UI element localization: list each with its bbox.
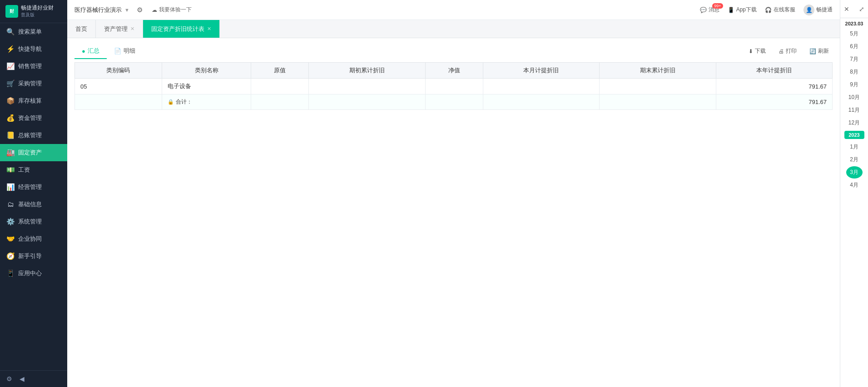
sidebar-label-fixed: 固定资产 bbox=[18, 149, 42, 157]
print-button[interactable]: 🖨 打印 bbox=[775, 45, 800, 57]
sub-tab-detail[interactable]: 📄 明细 bbox=[107, 44, 143, 59]
tab-asset-manage[interactable]: 资产管理 ✕ bbox=[96, 20, 143, 38]
sidebar-item-ledger[interactable]: 📒 总账管理 bbox=[0, 127, 67, 144]
month-item-7月[interactable]: 7月 bbox=[844, 53, 864, 65]
month-item-2月[interactable]: 2月 bbox=[844, 154, 864, 166]
month-item-4月[interactable]: 4月 bbox=[844, 179, 864, 191]
total-monthly bbox=[483, 94, 599, 110]
cell-net bbox=[425, 79, 483, 94]
sidebar-item-ops[interactable]: 📊 经营管理 bbox=[0, 179, 67, 196]
cell-annual: 791.67 bbox=[716, 79, 832, 94]
table-total-row: 🔒 合计： 791.67 bbox=[75, 94, 833, 110]
message-badge: 99+ bbox=[712, 3, 723, 9]
print-label: 打印 bbox=[786, 47, 797, 55]
download-label: 下载 bbox=[755, 47, 766, 55]
sidebar-item-salary[interactable]: 💵 工资 bbox=[0, 161, 67, 179]
customer-service-action[interactable]: 🎧 在线客服 bbox=[765, 6, 795, 14]
month-item-3月[interactable]: 3月 bbox=[846, 166, 863, 179]
message-icon: 💬 bbox=[700, 7, 707, 13]
col-net: 净值 bbox=[425, 63, 483, 79]
panel-expand-button[interactable]: ⤢ bbox=[859, 5, 864, 13]
sidebar-icon-salary: 💵 bbox=[6, 166, 15, 174]
sidebar-item-coopbiz[interactable]: 🤝 企业协同 bbox=[0, 230, 67, 248]
sidebar-item-fixed[interactable]: 🏭 固定资产 bbox=[0, 144, 67, 161]
sidebar-item-sales[interactable]: 📈 销售管理 bbox=[0, 58, 67, 75]
tab-asset-manage-close[interactable]: ✕ bbox=[130, 26, 134, 32]
settings-icon[interactable]: ⚙ bbox=[6, 375, 12, 382]
sidebar-item-basicinfo[interactable]: 🗂 基础信息 bbox=[0, 196, 67, 213]
month-item-6月[interactable]: 6月 bbox=[844, 40, 864, 53]
sub-tab-detail-label: 明细 bbox=[124, 47, 135, 55]
content-area: ● 汇总 📄 明细 ⬇ 下载 🖨 打印 🔄 bbox=[67, 38, 840, 387]
sidebar-item-purchase[interactable]: 🛒 采购管理 bbox=[0, 75, 67, 92]
month-item-12月[interactable]: 12月 bbox=[844, 117, 864, 129]
topbar-settings-icon[interactable]: ⚙ bbox=[137, 6, 143, 14]
sub-tab-summary-label: 汇总 bbox=[88, 47, 99, 55]
sidebar-item-quicknav[interactable]: ⚡ 快捷导航 bbox=[0, 40, 67, 58]
sidebar-item-newguide[interactable]: 🧭 新手引导 bbox=[0, 248, 67, 265]
month-item-11月[interactable]: 11月 bbox=[844, 104, 864, 116]
sidebar-label-appcenter: 应用中心 bbox=[18, 269, 42, 278]
total-net bbox=[425, 94, 483, 110]
month-item-8月[interactable]: 8月 bbox=[844, 66, 864, 78]
app-logo-sub: 普及版 bbox=[21, 12, 54, 18]
panel-close-bar: ✕ ⤢ bbox=[840, 0, 868, 18]
customer-service-icon: 🎧 bbox=[765, 7, 772, 13]
experience-button[interactable]: ☁ 我要体验一下 bbox=[152, 6, 192, 14]
collapse-icon[interactable]: ◀ bbox=[20, 375, 25, 382]
sidebar-item-sysmanage[interactable]: ⚙️ 系统管理 bbox=[0, 213, 67, 230]
sidebar-logo: 财 畅捷通好业财 普及版 bbox=[0, 0, 67, 23]
sidebar-item-finance[interactable]: 💰 资金管理 bbox=[0, 109, 67, 127]
col-annual: 本年计提折旧 bbox=[716, 63, 832, 79]
sidebar-label-ledger: 总账管理 bbox=[18, 131, 42, 139]
sidebar-item-appcenter[interactable]: 📱 应用中心 bbox=[0, 265, 67, 282]
sidebar-icon-inventory: 📦 bbox=[6, 97, 15, 105]
company-selector[interactable]: 医疗器械行业演示 ▼ bbox=[74, 6, 129, 14]
cell-period-accum bbox=[600, 79, 716, 94]
sidebar-label-quicknav: 快捷导航 bbox=[18, 45, 42, 53]
app-download-action[interactable]: 📱 App下载 bbox=[728, 6, 757, 14]
tab-depreciation[interactable]: 固定资产折旧统计表 ✕ bbox=[143, 20, 220, 38]
experience-icon: ☁ bbox=[152, 7, 157, 13]
col-period-accum: 期末累计折旧 bbox=[600, 63, 716, 79]
app-download-label: App下载 bbox=[736, 6, 757, 14]
user-menu[interactable]: 👤 畅捷通 bbox=[804, 5, 833, 15]
tabs-bar: 首页 资产管理 ✕ 固定资产折旧统计表 ✕ bbox=[67, 20, 840, 38]
sidebar-item-inventory[interactable]: 📦 库存核算 bbox=[0, 92, 67, 109]
total-initial-accum bbox=[309, 94, 425, 110]
month-item-1月[interactable]: 1月 bbox=[844, 141, 864, 153]
month-item-5月[interactable]: 5月 bbox=[844, 28, 864, 40]
subtab-toolbar-row: ● 汇总 📄 明细 ⬇ 下载 🖨 打印 🔄 bbox=[74, 44, 833, 59]
col-name: 类别名称 bbox=[162, 63, 251, 79]
col-original: 原值 bbox=[251, 63, 309, 79]
topbar: 医疗器械行业演示 ▼ ⚙ ☁ 我要体验一下 💬 消息 99+ 📱 App下载 🎧… bbox=[67, 0, 840, 20]
total-label-text: 合计： bbox=[176, 98, 192, 106]
sidebar-nav: 🔍 搜索菜单 ⚡ 快捷导航 📈 销售管理 🛒 采购管理 📦 库存核算 💰 资金管… bbox=[0, 23, 67, 370]
cell-original bbox=[251, 79, 309, 94]
tab-depreciation-label: 固定资产折旧统计表 bbox=[151, 25, 204, 33]
total-annual: 791.67 bbox=[716, 94, 832, 110]
col-code: 类别编码 bbox=[75, 63, 162, 79]
refresh-icon: 🔄 bbox=[809, 48, 816, 55]
panel-close-button[interactable]: ✕ bbox=[844, 5, 849, 13]
message-action[interactable]: 💬 消息 99+ bbox=[700, 6, 719, 14]
sidebar-item-search[interactable]: 🔍 搜索菜单 bbox=[0, 23, 67, 40]
total-empty bbox=[75, 94, 162, 110]
sidebar-icon-finance: 💰 bbox=[6, 114, 15, 122]
month-item-9月[interactable]: 9月 bbox=[844, 79, 864, 91]
detail-icon: 📄 bbox=[114, 48, 121, 55]
refresh-label: 刷新 bbox=[818, 47, 829, 55]
tab-depreciation-close[interactable]: ✕ bbox=[207, 26, 211, 32]
tab-home[interactable]: 首页 bbox=[67, 20, 96, 38]
sub-tab-summary[interactable]: ● 汇总 bbox=[74, 44, 107, 59]
month-item-10月[interactable]: 10月 bbox=[844, 91, 864, 104]
sidebar-label-coopbiz: 企业协同 bbox=[18, 235, 42, 243]
panel-year-header: 2023.03 bbox=[845, 18, 863, 27]
refresh-button[interactable]: 🔄 刷新 bbox=[806, 45, 833, 57]
app-logo-icon: 财 bbox=[5, 5, 18, 18]
cell-name: 电子设备 bbox=[162, 79, 251, 94]
avatar: 👤 bbox=[804, 5, 814, 15]
sidebar-label-inventory: 库存核算 bbox=[18, 97, 42, 105]
customer-service-label: 在线客服 bbox=[774, 6, 795, 14]
download-button[interactable]: ⬇ 下载 bbox=[745, 45, 769, 57]
